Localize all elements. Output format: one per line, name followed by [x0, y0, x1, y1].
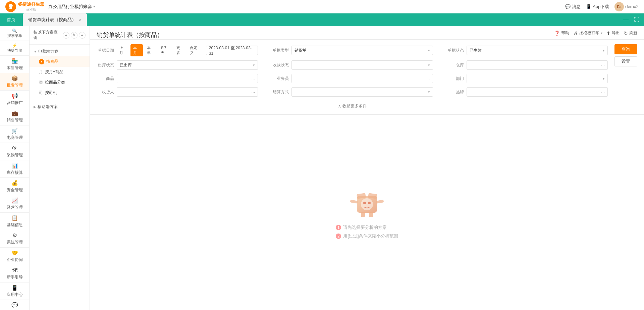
date-more[interactable]: 更多	[174, 44, 186, 56]
edit-scheme-btn[interactable]: ✎	[71, 32, 77, 39]
recipient-control[interactable]: ···	[117, 87, 258, 97]
scheme-item-month-product[interactable]: 月 按月+商品	[30, 67, 90, 77]
payment-control[interactable]: ▾	[291, 87, 433, 97]
message-btn[interactable]: 💬 消息	[565, 4, 581, 10]
sidebar-item-marketing[interactable]: 📢 营销推广	[0, 91, 29, 108]
warehouse-control[interactable]: ···	[467, 60, 608, 70]
brand-label: 品牌	[446, 89, 464, 95]
date-this-month[interactable]: 本月	[130, 44, 143, 56]
tab-home[interactable]: 首页	[0, 13, 22, 26]
doc-status-control[interactable]: 已生效 ▾	[467, 46, 608, 55]
sidebar-item-sales[interactable]: 💼 销售管理	[0, 108, 29, 125]
recipient-label: 收货人	[97, 89, 114, 95]
user-area[interactable]: Ea demo2	[614, 2, 639, 11]
export-btn[interactable]: ⬆ 导出	[606, 30, 620, 36]
sidebar-item-inventory[interactable]: 📊 库存核算	[0, 160, 29, 178]
add-scheme-btn[interactable]: ＋	[63, 32, 69, 39]
sidebar-item-basic[interactable]: 📋 基础信息	[0, 213, 29, 230]
print-dropdown-icon[interactable]: ▾	[601, 31, 602, 35]
sidebar-item-retail[interactable]: 🏪 零售管理	[0, 56, 29, 73]
avatar-initials: Ea	[617, 5, 622, 9]
scheme-group-desktop-header[interactable]: ▼ 电脑端方案	[30, 47, 90, 56]
svg-rect-6	[350, 200, 358, 204]
filter-doc-status: 单据状态 已生效 ▾	[446, 46, 608, 55]
filter-area: 单据日期 上月 本月 本年 近7天 更多 自定义	[90, 40, 644, 115]
brand-control[interactable]: ···	[467, 87, 608, 97]
sidebar-item-finance[interactable]: 💰 资金管理	[0, 178, 29, 195]
date-range-display[interactable]: 2023-03-01 至 2023-03-31	[206, 46, 258, 55]
filter-date: 单据日期 上月 本月 本年 近7天 更多 自定义	[97, 44, 258, 56]
scheme-item-cashier[interactable]: 司 按司机	[30, 88, 90, 98]
filter-row-4: 收货人 ··· 结算方式 ▾	[97, 87, 608, 97]
settings-btn[interactable]: 设置	[614, 56, 637, 66]
recipient-dots-icon: ···	[251, 90, 255, 95]
message-label: 消息	[572, 4, 581, 10]
tab-close-icon[interactable]: ×	[79, 17, 82, 22]
message-icon: 💬	[565, 4, 571, 9]
date-7days[interactable]: 近7天	[158, 44, 172, 56]
warehouse-label: 仓库	[446, 62, 464, 68]
out-status-arrow-icon: ▾	[253, 63, 255, 67]
sales-label: 销售管理	[7, 117, 23, 123]
filter-row-container: 单据日期 上月 本月 本年 近7天 更多 自定义	[97, 44, 637, 110]
sidebar-item-system[interactable]: ⚙ 系统管理	[0, 230, 29, 248]
app-chevron-icon: ▾	[93, 4, 95, 9]
doc-type-control[interactable]: 销货单 ▾	[291, 46, 433, 55]
refresh-icon: ↻	[624, 31, 628, 36]
sidebar-search[interactable]: 🔍 搜索菜单	[0, 26, 29, 41]
right-action-btns: 查询 设置	[614, 44, 637, 66]
date-label: 单据日期	[97, 48, 114, 53]
date-custom[interactable]: 自定义	[187, 44, 203, 56]
svg-rect-8	[361, 212, 365, 217]
inventory-label: 库存核算	[7, 170, 23, 175]
scheme-label-4: 按司机	[45, 90, 57, 96]
product-label: 商品	[97, 76, 114, 82]
pay-status-control[interactable]: ▾	[291, 60, 433, 70]
refresh-btn[interactable]: ↻ 刷新	[624, 30, 637, 36]
scheme-group-desktop: ▼ 电脑端方案 ● 按商品 月 按月+商品 类 按商品分类 司 按司机	[30, 45, 90, 100]
query-btn[interactable]: 查询	[614, 44, 637, 54]
apps-icon: 📱	[11, 285, 18, 291]
product-control[interactable]: ···	[117, 74, 258, 83]
sidebar-item-wholesale[interactable]: 📦 批发管理	[0, 73, 29, 91]
group-arrow-icon: ▼	[34, 50, 37, 53]
collapse-panel-btn[interactable]: «	[79, 32, 86, 39]
tabbar-expand: — ⛶	[621, 15, 644, 24]
scheme-group-mobile-header[interactable]: ▶ 移动端方案	[30, 102, 90, 112]
page-header-actions: ❓ 帮助 🖨 按模板打印 ▾ ⬆ 导出 ↻ 刷新	[554, 30, 637, 39]
sidebar-item-guide[interactable]: 🗺 新手引导	[0, 265, 29, 282]
topbar-left: 畅捷通好生意 标准版 办公用品行业模拟账套 ▾	[5, 1, 95, 12]
pay-status-label: 收款状态	[271, 62, 289, 68]
scheme-dot-icon: ●	[39, 59, 44, 64]
retail-label: 零售管理	[7, 65, 23, 71]
sidebar-item-apps[interactable]: 📱 应用中心	[0, 282, 29, 300]
out-status-control[interactable]: 已出库 ▾	[117, 60, 258, 70]
tab-active-report[interactable]: 销货单统计表（按商品） ×	[23, 13, 87, 26]
sidebar-item-enterprise[interactable]: 🤝 企业协同	[0, 248, 29, 265]
sidebar-item-ecommerce[interactable]: 🛒 电商管理	[0, 125, 29, 143]
content-area: 销货单统计表（按商品） ❓ 帮助 🖨 按模板打印 ▾ ⬆ 导出 ↻ 刷新	[90, 26, 644, 310]
date-this-year[interactable]: 本年	[144, 44, 157, 56]
out-status-label: 出库状态	[97, 62, 114, 68]
sidebar-quick-nav[interactable]: ⚡ 快捷导航	[0, 41, 29, 56]
scheme-item-category[interactable]: 类 按商品分类	[30, 77, 90, 88]
group-name: 电脑端方案	[38, 49, 58, 54]
dept-control[interactable]: ▾	[467, 74, 608, 83]
marketing-icon: 📢	[11, 93, 18, 99]
salesperson-control[interactable]: ···	[291, 74, 433, 83]
sidebar-item-operations[interactable]: 📈 经营管理	[0, 195, 29, 213]
guide-label: 新手引导	[7, 274, 23, 280]
filter-brand: 品牌 ···	[446, 87, 608, 97]
scheme-item-by-product[interactable]: ● 按商品	[30, 56, 90, 67]
app-download-btn[interactable]: 📱 App下载	[586, 4, 609, 10]
sidebar-item-purchase[interactable]: 🛍 采购管理	[0, 143, 29, 160]
print-btn[interactable]: 🖨 按模板打印 ▾	[573, 30, 602, 36]
home-tab-label: 首页	[7, 17, 15, 23]
collapse-filter-btn[interactable]: ∧ 收起更多条件	[338, 103, 367, 109]
minimize-icon[interactable]: —	[621, 15, 631, 24]
date-last-month[interactable]: 上月	[117, 44, 129, 56]
sidebar-item-wechat[interactable]: 💬 企业微信	[0, 300, 29, 310]
maximize-icon[interactable]: ⛶	[632, 15, 641, 24]
help-btn[interactable]: ❓ 帮助	[554, 30, 569, 36]
app-selector[interactable]: 办公用品行业模拟账套 ▾	[48, 4, 95, 10]
